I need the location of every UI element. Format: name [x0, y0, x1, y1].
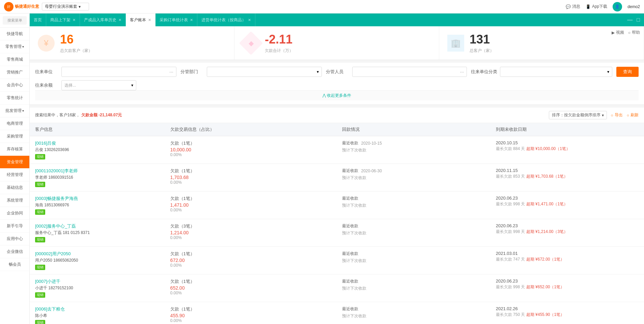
- sidebar-item-label-retail-stats: 零售统计: [7, 95, 23, 100]
- recovery-row-0: 最近收款 2020-10-15: [342, 140, 485, 146]
- cell-customer-3: [0002]服务中心_丁磊 服务中心_丁磊 181 0125 8371 现销: [30, 219, 165, 247]
- tab-product-history[interactable]: 产成品入库单历史✕: [80, 13, 126, 26]
- debt-amount-3[interactable]: 1,214.00: [170, 230, 332, 235]
- customer-id-link-3[interactable]: [0002]服务中心_丁磊: [35, 223, 160, 229]
- cell-due-4: 2021.03.01 最长欠款 747 天 超期 ¥672.00（1笔）: [491, 247, 644, 274]
- debt-amount-6[interactable]: 455.90: [170, 313, 332, 318]
- recovery-label-2: 最近收款: [342, 196, 358, 201]
- msg-button[interactable]: 💬 消息: [566, 4, 580, 9]
- sidebar-search-button[interactable]: 搜索菜单: [3, 16, 27, 25]
- overdue-link-2[interactable]: 超期 ¥1,471.00（1笔）: [526, 202, 568, 206]
- username[interactable]: demo2: [627, 4, 640, 9]
- customer-id-link-5[interactable]: [0007]小进千: [35, 278, 160, 285]
- sidebar-item-label-member-center: 会员中心: [7, 83, 23, 87]
- customer-contact-2: 海燕 18513066976: [35, 202, 160, 208]
- app-download-button[interactable]: 📱 App下载: [586, 4, 607, 9]
- tab-maximize-button[interactable]: □: [635, 16, 641, 24]
- debt-count-1: 欠款（1笔）: [170, 168, 332, 174]
- overdue-customers-label: 总欠款客户（家）: [60, 48, 92, 54]
- recovery-next-1: 预计下次收款: [342, 175, 485, 181]
- customer-contact-0: 吕俊 13026203696: [35, 147, 160, 153]
- sidebar-item-purchase[interactable]: 采购管理: [0, 130, 29, 143]
- filter-dept-label: 分管部门: [180, 69, 204, 75]
- cell-recovery-1: 最近收款 2020-06-30 预计下次收款: [337, 164, 490, 192]
- help-button[interactable]: ○ 帮助: [628, 30, 640, 35]
- sort-select[interactable]: 排序：按欠款金额倒序排序 ▾: [549, 111, 607, 119]
- search-button[interactable]: 查询: [616, 67, 639, 77]
- sidebar-item-marketing[interactable]: 营销推广: [0, 66, 29, 79]
- collapse-bar[interactable]: ⋀ 收起更多条件: [35, 90, 639, 100]
- sidebar-item-newbie[interactable]: 新手引导: [0, 220, 29, 233]
- sidebar-item-retail-mgmt[interactable]: 零售管理▾: [0, 40, 29, 53]
- stat-text-2: -2.11 欠款合计（万）: [265, 32, 293, 54]
- debt-count-6: 欠款（1笔）: [170, 306, 332, 312]
- due-date-5: 2020.06.23: [496, 278, 639, 284]
- sidebar-item-operation[interactable]: 经营管理: [0, 169, 29, 181]
- tab-bar: 首页商品上下架✕产成品入库单历史✕客户账本✕采购订单统计表✕进货单统计表（按商品…: [30, 13, 644, 26]
- customer-id-link-6[interactable]: [0006]去下粮仓: [35, 306, 160, 312]
- sidebar-item-label-batch-mgmt: 批发管理: [5, 108, 22, 114]
- tab-close-product-history[interactable]: ✕: [118, 18, 121, 22]
- debt-amount-1[interactable]: 1,703.68: [170, 175, 332, 180]
- tab-purchase-order[interactable]: 采购订单统计表✕: [156, 13, 197, 26]
- filter-category-select[interactable]: ▾: [500, 67, 612, 77]
- due-days-3: 最长欠款 998 天 超期 ¥1,214.00（3笔）: [496, 229, 639, 235]
- customer-id-link-2[interactable]: [0003]畅捷服务尹海燕: [35, 196, 160, 202]
- video-button[interactable]: ▶ 视频: [612, 30, 624, 35]
- sidebar-item-enterprise-coop[interactable]: 企业协同: [0, 207, 29, 220]
- sidebar-item-finance[interactable]: 资金管理: [0, 156, 29, 169]
- debt-amount-0[interactable]: 10,000.00: [170, 147, 332, 152]
- due-days-4: 最长欠款 747 天 超期 ¥672.00（1笔）: [496, 257, 639, 262]
- filter-person-input[interactable]: ···: [352, 67, 467, 77]
- sidebar-item-system[interactable]: 系统管理: [0, 194, 29, 207]
- tab-close-import-stat[interactable]: ✕: [248, 18, 251, 22]
- debt-percent-3: 0.00%: [170, 235, 332, 240]
- filter-unit-label: 往来单位: [35, 69, 59, 75]
- sidebar-item-label-retail-mall: 零售商城: [7, 57, 23, 62]
- tab-minimize-button[interactable]: —: [626, 16, 634, 24]
- overdue-link-0[interactable]: 超期 ¥10,000.00（1笔）: [526, 146, 570, 151]
- debt-count-5: 欠款（1笔）: [170, 278, 332, 285]
- refresh-button[interactable]: ○ 刷新: [627, 112, 639, 118]
- tab-close-purchase-order[interactable]: ✕: [190, 18, 193, 22]
- customer-id-link-0[interactable]: [0016]吕俊: [35, 140, 160, 146]
- customer-id-link-4[interactable]: [000002]用户2050: [35, 251, 160, 257]
- overdue-link-4[interactable]: 超期 ¥672.00（1笔）: [526, 257, 564, 262]
- store-selector[interactable]: 母婴行业演示账套 ▾: [42, 3, 89, 10]
- debt-amount-2[interactable]: 1,471.00: [170, 202, 332, 208]
- debt-amount-5[interactable]: 652.00: [170, 285, 332, 291]
- sidebar-item-retail-stats[interactable]: 零售统计: [0, 92, 29, 105]
- tab-product-off[interactable]: 商品上下架✕: [46, 13, 80, 26]
- sidebar-item-inventory[interactable]: 库存核算: [0, 143, 29, 156]
- cell-recovery-5: 最近收款 预计下次收款: [337, 274, 490, 302]
- overdue-link-3[interactable]: 超期 ¥1,214.00（3笔）: [526, 229, 568, 234]
- sidebar-item-retail-mall[interactable]: 零售商城: [0, 53, 29, 66]
- sidebar-item-base-info[interactable]: 基础信息: [0, 181, 29, 194]
- overdue-link-6[interactable]: 超期 ¥455.90（1笔）: [526, 312, 564, 317]
- sidebar-item-app-center[interactable]: 应用中心: [0, 233, 29, 245]
- sidebar-quick-nav[interactable]: 快捷导航: [0, 28, 29, 40]
- debt-amount-4[interactable]: 672.00: [170, 258, 332, 263]
- sidebar-item-batch-mgmt[interactable]: 批发管理▾: [0, 105, 29, 117]
- overdue-link-1[interactable]: 超期 ¥1,703.68（1笔）: [526, 174, 568, 179]
- refresh-icon: ○: [627, 113, 629, 118]
- tab-home[interactable]: 首页: [30, 13, 46, 26]
- overdue-link-5[interactable]: 超期 ¥652.00（1笔）: [526, 285, 564, 289]
- filter-unit-input[interactable]: ···: [61, 67, 176, 77]
- tab-customer-account[interactable]: 客户账本✕: [126, 13, 156, 26]
- tab-close-product-off[interactable]: ✕: [73, 18, 76, 22]
- ellipsis-icon: ···: [169, 69, 173, 75]
- sidebar-item-ecommerce[interactable]: 电商管理: [0, 117, 29, 130]
- sidebar-item-enterprise-wx[interactable]: 企业微信: [0, 245, 29, 258]
- tab-close-customer-account[interactable]: ✕: [148, 18, 151, 22]
- sidebar-item-label-base-info: 基础信息: [7, 185, 23, 190]
- header-right: 💬 消息 📱 App下载 👤 demo2: [566, 2, 640, 11]
- sidebar-item-vip[interactable]: 畅会员: [0, 258, 29, 271]
- tab-import-stat[interactable]: 进货单统计表（按商品）✕: [197, 13, 255, 26]
- filter-dept-select[interactable]: ▾: [207, 67, 322, 77]
- due-date-2: 2020.06.23: [496, 196, 639, 201]
- export-button[interactable]: ○ 导出: [611, 112, 623, 118]
- customer-id-link-1[interactable]: [00011020001]李老师: [35, 168, 160, 174]
- sidebar-item-member-center[interactable]: 会员中心: [0, 79, 29, 92]
- filter-balance-select[interactable]: 选择... ▾: [61, 80, 136, 90]
